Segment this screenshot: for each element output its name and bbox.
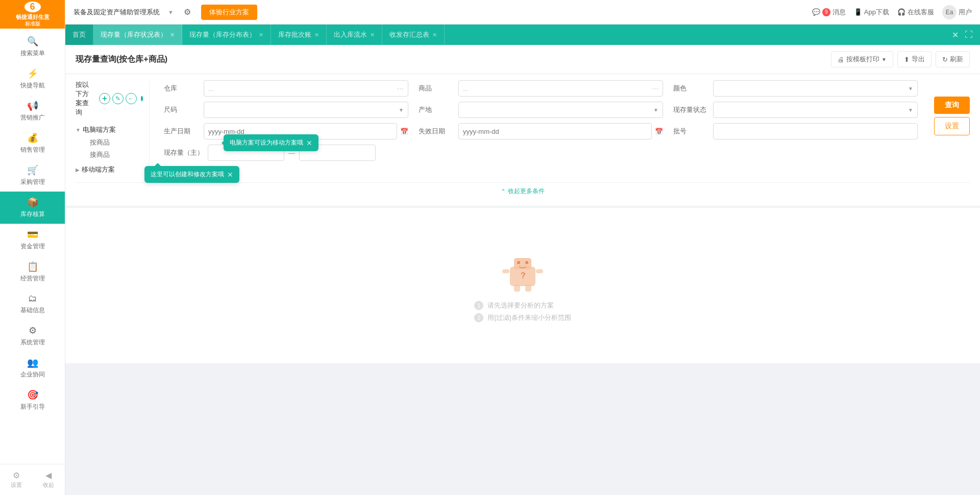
message-btn[interactable]: 💬 9 消息 <box>812 8 846 17</box>
export-icon: ⬆ <box>904 56 910 63</box>
sidebar-settings-btn[interactable]: ⚙ 设置 <box>9 468 24 491</box>
app-download-btn[interactable]: 📱 App下载 <box>854 8 889 17</box>
sidebar-item-enterprise[interactable]: 👥 企业协同 <box>0 352 65 384</box>
tree-group-desktop-header[interactable]: ▼ 电脑端方案 <box>76 123 143 136</box>
page-header-actions: 🖨 按模板打印 ▼ ⬆ 导出 ↻ 刷新 <box>831 51 970 67</box>
tab-flow[interactable]: 出入库流水 ✕ <box>327 25 382 45</box>
tab-batch[interactable]: 库存批次账 ✕ <box>271 25 327 45</box>
warehouse-more-icon: ⋯ <box>397 85 404 92</box>
tree-desktop-children: 按商品 接商品 <box>76 136 143 161</box>
tree-leaf-by-product2[interactable]: 接商品 <box>86 149 143 161</box>
query-actions: 查询 设置 <box>934 80 970 182</box>
result-area: ? 1 请先选择要分析的方案 2 用[过滤]条件来缩小分析范围 <box>65 208 980 363</box>
warehouse-input[interactable]: ... ⋯ <box>204 80 408 97</box>
stock-state-label: 现存量状态 <box>673 105 709 114</box>
print-btn[interactable]: 🖨 按模板打印 ▼ <box>831 51 893 67</box>
collapse-up-icon: ⌃ <box>501 188 506 195</box>
batch-input[interactable] <box>713 123 918 139</box>
tab-stock-distribution[interactable]: 现存量（库存分布表） ✕ <box>182 25 271 45</box>
tab-close-icon-2[interactable]: ✕ <box>259 32 263 38</box>
product-label: 商品 <box>419 84 454 93</box>
header-right: 💬 9 消息 📱 App下载 🎧 在线客服 Ea 用户 <box>812 5 972 19</box>
tooltip2-close[interactable]: ✕ <box>227 171 233 179</box>
system-icon: ⚙ <box>29 325 37 336</box>
origin-select[interactable]: ▼ <box>458 102 663 118</box>
system-name-dropdown-icon: ▼ <box>168 9 174 15</box>
export-btn[interactable]: ⬆ 导出 <box>897 51 932 67</box>
filter-header: 按以下方案查询 + ✎ ← <box>76 80 143 117</box>
sidebar-item-system[interactable]: ⚙ 系统管理 <box>0 320 65 352</box>
sidebar-item-sales[interactable]: 💰 销售管理 <box>0 127 65 159</box>
tooltip1-close[interactable]: ✕ <box>306 139 312 147</box>
tab-home[interactable]: 首页 <box>65 25 93 45</box>
tab-close-icon-5[interactable]: ✕ <box>432 32 437 38</box>
batch-label: 批号 <box>673 127 709 136</box>
reset-btn[interactable]: 设置 <box>934 117 970 135</box>
refresh-icon: ↻ <box>942 56 948 63</box>
size-dropdown-icon: ▼ <box>399 107 404 113</box>
message-icon: 💬 <box>812 8 820 16</box>
tabs-bar: 首页 现存量（库存状况表） ✕ 现存量（库存分布表） ✕ 库存批次账 ✕ 出入库… <box>65 25 980 45</box>
tree-group-desktop: ▼ 电脑端方案 按商品 接商品 <box>76 123 143 161</box>
sidebar-item-marketing[interactable]: 📢 营销推广 <box>0 95 65 127</box>
empty-steps: 1 请先选择要分析的方案 2 用[过滤]条件来缩小分析范围 <box>474 301 571 322</box>
sidebar-collapse-btn[interactable]: ◀ 收起 <box>41 468 56 491</box>
scheme-panel: 按以下方案查询 + ✎ ← ▼ 电脑端方案 <box>76 80 150 182</box>
svg-rect-4 <box>502 269 509 273</box>
size-select[interactable]: ▼ <box>204 102 408 118</box>
step-num-2: 2 <box>474 313 483 322</box>
tab-stock-status[interactable]: 现存量（库存状况表） ✕ <box>93 25 182 45</box>
tab-close-all-icon[interactable]: ✕ <box>951 29 960 41</box>
prod-date-calendar-icon[interactable]: 📅 <box>400 128 408 135</box>
empty-illustration: ? <box>500 249 546 295</box>
tab-close-icon-4[interactable]: ✕ <box>370 32 375 38</box>
exp-date-calendar-icon[interactable]: 📅 <box>655 128 663 135</box>
collapse-bar[interactable]: ⌃ 收起更多条件 <box>76 182 970 200</box>
tab-close-icon-3[interactable]: ✕ <box>314 32 319 38</box>
tab-maximize-icon[interactable]: ⛶ <box>964 29 974 40</box>
stock-state-select[interactable]: ▼ <box>713 102 918 118</box>
basic-info-icon: 🗂 <box>28 293 37 304</box>
sidebar-item-search[interactable]: 🔍 搜索菜单 <box>0 31 65 63</box>
add-scheme-btn[interactable]: + <box>99 93 110 104</box>
tabs-right-btns: ✕ ⛶ <box>951 29 980 41</box>
empty-step-2: 2 用[过滤]条件来缩小分析范围 <box>474 313 571 322</box>
content-area: 现存量查询(按仓库+商品) 🖨 按模板打印 ▼ ⬆ 导出 ↻ 刷新 <box>65 45 980 495</box>
page-header: 现存量查询(按仓库+商品) 🖨 按模板打印 ▼ ⬆ 导出 ↻ 刷新 <box>65 45 980 74</box>
product-input[interactable]: ... ⋯ <box>458 80 663 97</box>
header: 装备及固定资产辅助管理系统 ▼ ⚙ 体验行业方案 💬 9 消息 📱 App下载 … <box>65 0 980 25</box>
warehouse-label: 仓库 <box>164 84 200 93</box>
svg-point-3 <box>525 261 528 264</box>
sidebar-item-inventory[interactable]: 📦 库存核算 <box>0 192 65 224</box>
filter-row-origin: 产地 ▼ <box>419 102 663 118</box>
tree-leaf-by-product[interactable]: 按商品 <box>86 136 143 149</box>
sidebar-item-purchase[interactable]: 🛒 采购管理 <box>0 159 65 192</box>
stock-main-label: 现存量（主） <box>164 148 204 157</box>
color-select[interactable]: ▼ <box>713 80 918 97</box>
experience-btn[interactable]: 体验行业方案 <box>201 5 257 20</box>
origin-label: 产地 <box>419 105 454 114</box>
sidebar-item-nav[interactable]: ⚡ 快捷导航 <box>0 63 65 95</box>
tab-summary[interactable]: 收发存汇总表 ✕ <box>382 25 445 45</box>
sidebar-item-finance[interactable]: 💳 资金管理 <box>0 224 65 256</box>
sidebar-item-basic-info[interactable]: 🗂 基础信息 <box>0 288 65 320</box>
filter-grid: 仓库 ... ⋯ 商品 ... ⋯ <box>164 80 918 139</box>
search-icon: 🔍 <box>27 36 38 47</box>
collapse-icon: ◀ <box>45 470 52 480</box>
filter-row-stock-state: 现存量状态 ▼ <box>673 102 918 118</box>
user-area[interactable]: Ea 用户 <box>942 5 972 19</box>
edit-scheme-btn[interactable]: ✎ <box>112 93 124 104</box>
purchase-icon: 🛒 <box>27 164 38 176</box>
refresh-btn[interactable]: ↻ 刷新 <box>936 51 970 67</box>
query-btn[interactable]: 查询 <box>934 97 970 114</box>
settings-icon[interactable]: ⚙ <box>182 5 193 19</box>
sidebar-item-guide[interactable]: 🎯 新手引导 <box>0 384 65 416</box>
color-label: 颜色 <box>673 84 709 93</box>
online-service-btn[interactable]: 🎧 在线客服 <box>897 8 934 17</box>
back-scheme-btn[interactable]: ← <box>126 93 137 104</box>
tab-close-icon[interactable]: ✕ <box>170 32 175 38</box>
sidebar-item-operations[interactable]: 📋 经营管理 <box>0 256 65 288</box>
exp-date-input[interactable] <box>458 123 652 139</box>
tree-group-mobile-header[interactable]: ▶ 移动端方案 <box>76 163 143 176</box>
guide-icon: 🎯 <box>27 389 38 400</box>
